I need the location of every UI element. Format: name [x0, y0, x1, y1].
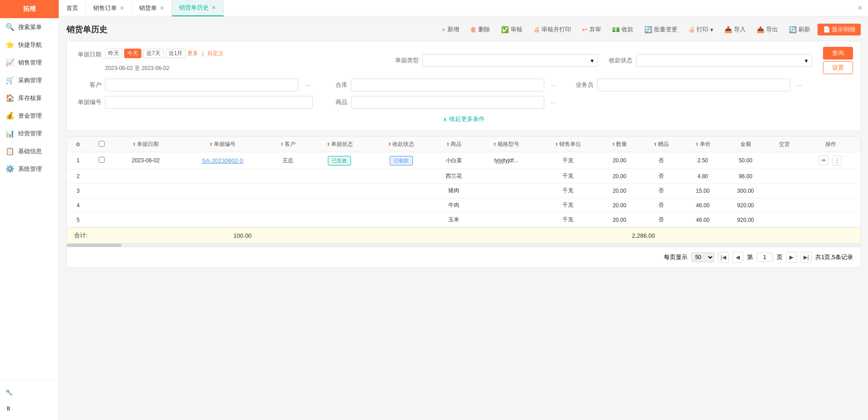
delete-button[interactable]: 🗑 删除 — [467, 24, 494, 35]
print-button[interactable]: 🖨 打印 ▾ — [685, 24, 717, 35]
sidebar-item-settings-icon[interactable]: 🔧 — [0, 385, 59, 400]
sidebar-item-label: 资金管理 — [18, 112, 42, 120]
shortcut-yesterday[interactable]: 昨天 — [105, 49, 122, 58]
delete-icon: 🗑 — [470, 26, 477, 33]
goods-ellipsis-button[interactable]: ··· — [548, 98, 559, 107]
warehouse-ellipsis-button[interactable]: ··· — [548, 80, 559, 90]
abandon-button[interactable]: ↩ 弃审 — [578, 24, 605, 35]
row-customer — [267, 213, 309, 227]
table-row: 5 玉米 千克 20.00 否 46.00 920.00 — [67, 213, 860, 227]
sidebar-item-inventory[interactable]: 🏠 库存核算 — [0, 89, 59, 107]
customer-ellipsis-button[interactable]: ··· — [302, 80, 313, 90]
finance-mgmt-icon: 💰 — [5, 111, 15, 120]
row-checkbox[interactable] — [99, 157, 105, 163]
sidebar-item-label: 经营管理 — [18, 130, 42, 138]
query-button[interactable]: 查询 — [823, 47, 853, 60]
col-gift[interactable]: ⬆赠品 — [640, 137, 682, 152]
salesperson-input[interactable] — [597, 79, 790, 91]
customer-input[interactable] — [105, 79, 298, 91]
col-settings[interactable]: ⚙ — [67, 137, 89, 152]
collect-status-select[interactable]: ▾ — [636, 54, 812, 67]
row-customer — [267, 198, 309, 213]
tab-sales-order-close[interactable]: ✕ — [120, 5, 124, 11]
new-label: 新增 — [447, 25, 459, 34]
row-price: 46.00 — [682, 213, 724, 227]
tab-close-all-button[interactable]: ✕ — [852, 5, 868, 11]
page-next-button[interactable]: ▶ — [786, 252, 797, 263]
sidebar-item-purchase-mgmt[interactable]: 🛒 采购管理 — [0, 71, 59, 89]
row-price: 2.50 — [682, 152, 724, 169]
tab-sales-goods-close[interactable]: ✕ — [160, 5, 164, 11]
tab-sales-history-close[interactable]: ✕ — [211, 5, 216, 11]
shortcut-today[interactable]: 今天 — [124, 49, 141, 58]
col-transaction: 交货 — [768, 137, 801, 152]
doc-no-input[interactable] — [105, 96, 313, 109]
row-unit: 千克 — [537, 198, 599, 213]
select-all-checkbox[interactable] — [99, 141, 105, 147]
collapse-button[interactable]: ∧ 收起更多条件 — [74, 113, 853, 125]
row-doc-date — [114, 169, 178, 184]
col-customer[interactable]: ⬆客户 — [267, 137, 309, 152]
tab-home[interactable]: 首页 — [59, 0, 86, 16]
sidebar-item-quick-nav[interactable]: ⭐ 快捷导航 — [0, 36, 59, 54]
collect-button[interactable]: 💵 收款 — [608, 24, 637, 35]
batch-change-button[interactable]: 🔄 批量变更 — [641, 24, 681, 35]
print-icon: 🖨 — [688, 26, 695, 33]
per-page-select[interactable]: 50 100 — [691, 252, 714, 262]
col-checkbox[interactable] — [89, 137, 113, 152]
refresh-button[interactable]: 🔄 刷新 — [785, 24, 814, 35]
warehouse-input[interactable] — [351, 79, 544, 91]
col-collect-status[interactable]: ⬆收款状态 — [371, 137, 432, 152]
date-shortcuts: 昨天 今天 近7天 近1月 更多 | 自定义 — [105, 49, 224, 58]
new-button[interactable]: + 新增 — [438, 24, 462, 35]
horizontal-scrollbar[interactable] — [67, 243, 860, 247]
shortcut-custom[interactable]: 自定义 — [207, 50, 224, 57]
row-checkbox-cell[interactable] — [89, 169, 113, 184]
filter-settings-button[interactable]: 设置 — [823, 61, 853, 74]
tab-sales-goods[interactable]: 销货单 ✕ — [132, 0, 172, 16]
row-checkbox-cell[interactable] — [89, 184, 113, 198]
sidebar-item-operation-mgmt[interactable]: 📊 经营管理 — [0, 125, 59, 142]
shortcut-more[interactable]: 更多 — [187, 50, 198, 57]
row-checkbox-cell[interactable] — [89, 213, 113, 227]
show-detail-button[interactable]: 📄 显示明细 — [818, 24, 861, 35]
col-doc-no[interactable]: ⬆单据编号 — [178, 137, 267, 152]
sidebar-item-pause-icon[interactable]: ⏸ — [0, 400, 59, 416]
tab-sales-order[interactable]: 销售订单 ✕ — [86, 0, 132, 16]
audit-print-button[interactable]: 🖨 审核并打印 — [530, 24, 575, 35]
salesperson-ellipsis-button[interactable]: ··· — [794, 80, 805, 90]
page-prev-button[interactable]: ◀ — [733, 252, 743, 263]
sidebar-item-system-mgmt[interactable]: ⚙️ 系统管理 — [0, 160, 59, 178]
row-more-button[interactable]: ⋮ — [832, 155, 842, 165]
col-goods[interactable]: ⬆商品 — [432, 137, 475, 152]
sidebar-item-basic-info[interactable]: 📋 基础信息 — [0, 142, 59, 160]
tab-sales-history[interactable]: 销货单历史 ✕ — [172, 0, 224, 16]
row-edit-button[interactable]: ✏ — [819, 155, 829, 165]
page-first-button[interactable]: |◀ — [718, 252, 729, 263]
page-last-button[interactable]: ▶| — [801, 252, 812, 263]
doc-no-link[interactable]: SA-20230602-0 — [202, 157, 243, 164]
col-spec[interactable]: ⬆规格型号 — [475, 137, 537, 152]
col-doc-status[interactable]: ⬆单据状态 — [309, 137, 371, 152]
row-checkbox-cell[interactable] — [89, 152, 113, 169]
row-action: ✏ ⋮ — [801, 152, 860, 169]
shortcut-1month[interactable]: 近1月 — [166, 49, 186, 58]
col-unit[interactable]: ⬆销售单位 — [537, 137, 599, 152]
sidebar-item-sales-mgmt[interactable]: 📈 销售管理 — [0, 54, 59, 71]
sidebar-item-search-menu[interactable]: 🔍 搜索菜单 — [0, 18, 59, 36]
row-checkbox-cell[interactable] — [89, 198, 113, 213]
col-price[interactable]: ⬆单价 — [682, 137, 724, 152]
page-number-input[interactable] — [757, 253, 773, 262]
row-collect-status — [371, 213, 432, 227]
col-qty[interactable]: ⬆数量 — [599, 137, 641, 152]
col-doc-date[interactable]: ⬆单据日期 — [114, 137, 178, 152]
audit-button[interactable]: ✅ 审核 — [497, 24, 526, 35]
goods-input[interactable] — [351, 96, 544, 109]
sidebar-item-finance-mgmt[interactable]: 💰 资金管理 — [0, 107, 59, 125]
row-num-cell: 5 — [67, 213, 89, 227]
import-button[interactable]: 📥 导入 — [721, 24, 749, 35]
shortcut-7days[interactable]: 近7天 — [143, 49, 164, 58]
filter-row-3: 单据编号 商品 ··· — [74, 96, 853, 109]
export-button[interactable]: 📤 导出 — [753, 24, 782, 35]
doc-type-select[interactable]: ▾ — [422, 54, 598, 67]
